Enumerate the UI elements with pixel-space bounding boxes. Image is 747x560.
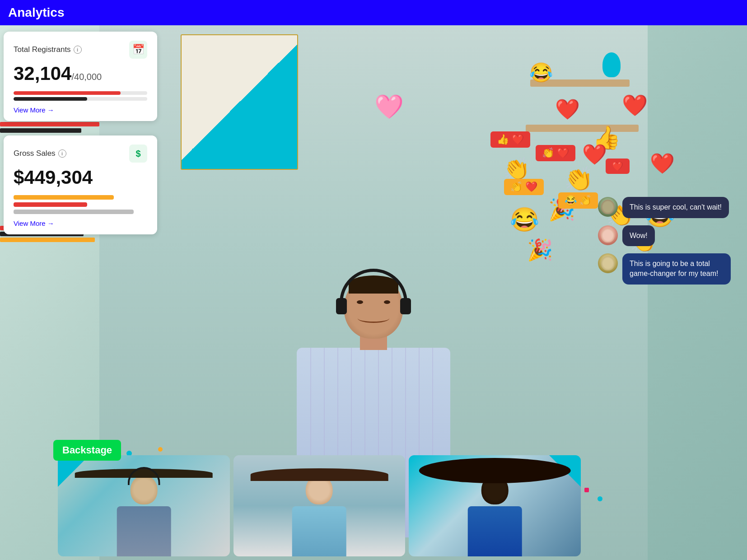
reaction-bar-red-1: 👍 ❤️: [490, 131, 530, 148]
registrants-label-text: Total Registrants: [14, 45, 71, 54]
deco-line-black: [0, 128, 81, 133]
head: [344, 275, 403, 339]
sales-number: $449,304: [14, 167, 93, 188]
chat-bubble-2: Wow!: [622, 225, 655, 246]
card-registrants-label: Total Registrants i: [14, 45, 82, 54]
thumb-hair-3: [422, 464, 567, 482]
registrants-number: 32,104: [14, 63, 71, 84]
reaction-bar-yellow-1: 👏 ❤️: [504, 179, 544, 195]
deco-line2-gold: [0, 238, 95, 242]
progress-track-1: [14, 91, 147, 95]
registrants-value: 32,104/40,000: [14, 62, 147, 85]
card-sales-label: Gross Sales i: [14, 149, 66, 158]
deco-line-red: [0, 122, 99, 126]
thumb-head-2: [306, 475, 333, 504]
registrants-icon: 📅: [132, 44, 145, 56]
chat-message-3: This is going to be a total game-changer…: [598, 253, 738, 285]
thumb-head-3: [481, 475, 509, 504]
card-sales-header: Gross Sales i $: [14, 145, 147, 163]
sales-bar-1: [14, 195, 114, 200]
thumbnail-2[interactable]: [233, 455, 406, 556]
thumbnail-strip: [54, 452, 584, 560]
chat-text-1: This is super cool, can't wait!: [630, 203, 722, 211]
sales-icon-box: $: [129, 145, 147, 163]
thumb-body-1: [117, 506, 171, 556]
chat-bubble-1: This is super cool, can't wait!: [622, 197, 729, 218]
registrants-icon-box: 📅: [129, 41, 147, 59]
sales-view-more[interactable]: View More →: [14, 219, 147, 227]
headphone-cup-right: [400, 298, 411, 314]
thumb-body-3: [468, 506, 522, 556]
headphones-band: [340, 269, 407, 305]
thumb-person-3: [426, 471, 564, 556]
chat-text-2: Wow!: [630, 232, 648, 239]
backstage-label[interactable]: Backstage: [53, 440, 121, 461]
thumb-person-2: [251, 471, 388, 556]
bg-decor-rectangle: [181, 34, 298, 170]
card-sales: Gross Sales i $ $449,304 View More →: [4, 135, 157, 234]
thumb-hair-2: [251, 468, 388, 481]
sales-bars: [14, 195, 147, 214]
chat-message-1: This is super cool, can't wait!: [598, 197, 738, 218]
headphone-cup-left: [336, 298, 347, 314]
chat-panel: This is super cool, can't wait! Wow! Thi…: [593, 25, 747, 560]
mouth: [358, 314, 389, 323]
reaction-bar-red-2: 👏 ❤️: [536, 145, 575, 161]
chat-bubble-3: This is going to be a total game-changer…: [622, 253, 731, 285]
sales-label-text: Gross Sales: [14, 149, 56, 158]
chat-avatar-1: [598, 197, 618, 217]
page-title: Analytics: [8, 5, 65, 20]
chat-avatar-2: [598, 225, 618, 245]
sales-value: $449,304: [14, 166, 147, 189]
confetti-7: [584, 488, 589, 492]
thumbnail-1[interactable]: [58, 455, 230, 556]
registrants-view-more[interactable]: View More →: [14, 106, 147, 114]
chat-message-2: Wow!: [598, 225, 738, 246]
thumbnail-3[interactable]: [409, 455, 581, 556]
card-registrants-header: Total Registrants i 📅: [14, 41, 147, 59]
registrants-sub: /40,000: [71, 72, 102, 82]
confetti-3: [158, 447, 163, 452]
sales-bar-3: [14, 210, 134, 214]
chat-text-3: This is going to be a total game-changer…: [630, 260, 719, 277]
backstage-text: Backstage: [62, 444, 112, 456]
progress-track-2: [14, 97, 147, 101]
sales-bar-2: [14, 202, 87, 207]
registrants-info-icon[interactable]: i: [74, 46, 82, 54]
top-bar: Analytics: [0, 0, 747, 25]
progress-fill-black: [14, 97, 87, 101]
thumb-head-1: [130, 475, 157, 504]
thumb-body-2: [292, 506, 346, 556]
sales-info-icon[interactable]: i: [58, 149, 66, 158]
sales-icon: $: [135, 149, 140, 159]
reaction-bar-yellow-2: 😂 👏: [558, 192, 598, 209]
registrants-progress-bars: [14, 91, 147, 101]
card-registrants: Total Registrants i 📅 32,104/40,000 View…: [4, 32, 157, 121]
progress-fill-red: [14, 91, 121, 95]
chat-avatar-3: [598, 253, 618, 273]
deco-lines-1: [0, 122, 104, 135]
thumb-person-1: [75, 471, 213, 556]
